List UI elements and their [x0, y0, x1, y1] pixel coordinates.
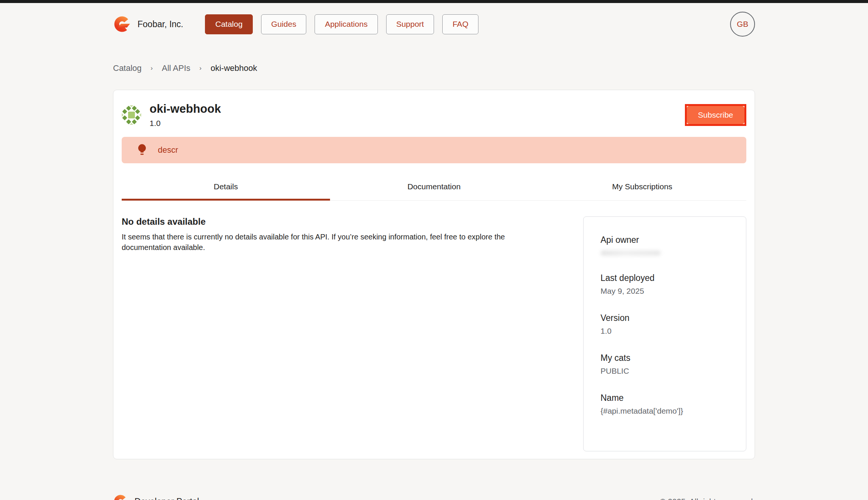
version-label: Version	[601, 313, 729, 323]
version-value: 1.0	[601, 327, 729, 336]
chevron-right-icon: ›	[151, 64, 153, 72]
api-card: oki-webhook 1.0 Subscribe descr	[113, 90, 755, 459]
footer-brand-name: Developer Portal	[134, 497, 199, 500]
nav-button-support[interactable]: Support	[386, 14, 434, 34]
my-cats-label: My cats	[601, 353, 729, 363]
api-card-header: oki-webhook 1.0 Subscribe	[122, 99, 746, 133]
description-banner-text: descr	[158, 145, 178, 155]
subscribe-highlight-box: Subscribe	[685, 104, 746, 126]
nav-button-guides[interactable]: Guides	[261, 14, 307, 34]
nav-button-faq[interactable]: FAQ	[442, 14, 478, 34]
breadcrumb-current-api: oki-webhook	[211, 63, 257, 73]
tab-bar: Details Documentation My Subscriptions	[122, 177, 746, 201]
info-group-api-owner: Api owner	[601, 235, 729, 256]
nav-button-applications[interactable]: Applications	[315, 14, 377, 34]
name-value: {#api.metadata['demo']}	[601, 406, 729, 416]
name-label: Name	[601, 393, 729, 403]
api-owner-redacted-value	[601, 250, 661, 256]
subscribe-button[interactable]: Subscribe	[687, 106, 744, 124]
brand[interactable]: Foobar, Inc.	[113, 14, 183, 34]
user-avatar[interactable]: GB	[730, 12, 755, 37]
details-empty-body: It seems that there is currently no deta…	[122, 232, 555, 253]
site-header: Foobar, Inc. Catalog Guides Applications…	[113, 3, 755, 45]
tab-details[interactable]: Details	[122, 177, 330, 201]
tab-content: No details available It seems that there…	[122, 216, 746, 451]
breadcrumb-catalog[interactable]: Catalog	[113, 63, 142, 73]
description-banner: descr	[122, 137, 746, 163]
api-avatar-icon	[122, 105, 141, 125]
brand-logo-icon	[113, 14, 131, 34]
brand-logo-icon	[113, 493, 128, 500]
info-group-name: Name {#api.metadata['demo']}	[601, 393, 729, 416]
nav-button-catalog[interactable]: Catalog	[205, 14, 252, 34]
last-deployed-label: Last deployed	[601, 273, 729, 283]
window-top-bar	[0, 0, 868, 3]
info-group-my-cats: My cats PUBLIC	[601, 353, 729, 376]
my-cats-value: PUBLIC	[601, 367, 729, 376]
brand-name: Foobar, Inc.	[138, 19, 183, 29]
chevron-right-icon: ›	[199, 64, 202, 72]
lightbulb-icon	[137, 143, 147, 157]
info-group-last-deployed: Last deployed May 9, 2025	[601, 273, 729, 296]
page: Foobar, Inc. Catalog Guides Applications…	[0, 0, 868, 500]
info-group-version: Version 1.0	[601, 313, 729, 336]
api-owner-label: Api owner	[601, 235, 729, 245]
breadcrumb: Catalog › All APIs › oki-webhook	[113, 63, 755, 73]
site-footer: Developer Portal © 2025. All rights rese…	[113, 493, 755, 500]
details-empty-heading: No details available	[122, 216, 560, 227]
footer-brand: Developer Portal	[113, 493, 199, 500]
tab-documentation[interactable]: Documentation	[330, 177, 538, 201]
breadcrumb-all-apis[interactable]: All APIs	[162, 63, 191, 73]
copyright-text: © 2025. All rights reserved.	[660, 497, 755, 500]
tab-my-subscriptions[interactable]: My Subscriptions	[538, 177, 746, 201]
last-deployed-value: May 9, 2025	[601, 287, 729, 296]
api-title-block: oki-webhook 1.0	[150, 102, 221, 128]
api-info-panel: Api owner Last deployed May 9, 2025 Vers…	[583, 216, 746, 451]
main-nav: Catalog Guides Applications Support FAQ	[205, 14, 478, 34]
details-panel: No details available It seems that there…	[122, 216, 560, 253]
api-title: oki-webhook	[150, 102, 221, 116]
api-version: 1.0	[150, 119, 221, 128]
